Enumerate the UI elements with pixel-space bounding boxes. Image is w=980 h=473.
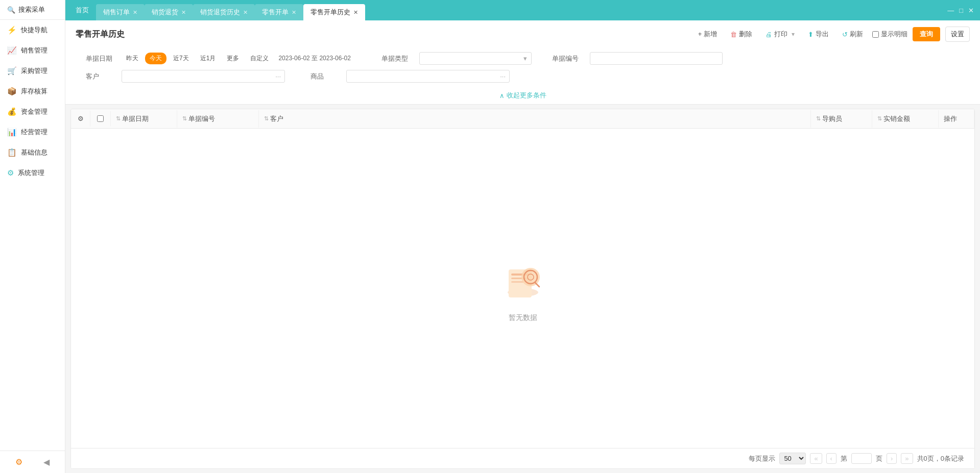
prev-page-btn[interactable]: ‹ (826, 453, 836, 464)
th-action-label: 操作 (944, 114, 957, 123)
export-button[interactable]: ⬆ 导出 (804, 28, 833, 41)
goods-input[interactable] (346, 70, 510, 83)
settings-label: 设置 (951, 30, 964, 39)
type-select[interactable]: ▾ (419, 52, 532, 65)
empty-illustration (497, 254, 548, 305)
empty-text: 暂无数据 (509, 313, 537, 322)
pagination-total: 共0页，0条记录 (917, 454, 964, 463)
sidebar-item-purchase-mgmt[interactable]: 🛒 采购管理 (0, 61, 65, 81)
window-maximize[interactable]: □ (959, 7, 963, 14)
tab-sales-return[interactable]: 销货退货 ✕ (145, 4, 193, 20)
filter-row-2: 客户 ··· 商品 ··· (86, 70, 960, 83)
date-btn-custom[interactable]: 自定义 (246, 53, 273, 64)
display-detail-label-text: 显示明细 (881, 30, 907, 39)
window-minimize[interactable]: — (947, 7, 954, 14)
tab-sales-order-close[interactable]: ✕ (133, 9, 137, 16)
print-icon: 🖨 (766, 31, 772, 38)
tab-retail-open-history-close[interactable]: ✕ (353, 9, 358, 16)
inventory-icon: 📦 (7, 87, 17, 96)
staff-sort-icon: ⇅ (816, 115, 821, 122)
per-page-select[interactable]: 50 10 20 100 (779, 453, 806, 464)
page-input[interactable]: 1 (851, 453, 872, 464)
type-filter-label: 单据类型 (381, 54, 417, 63)
first-page-btn[interactable]: « (810, 453, 822, 464)
sidebar-item-basic-info[interactable]: 📋 基础信息 (0, 142, 65, 163)
table-header: ⚙ ⇅ 单据日期 ⇅ 单据编号 ⇅ 客户 ⇅ (71, 109, 974, 129)
date-btn-7days[interactable]: 近7天 (169, 53, 194, 64)
sidebar-item-quick-nav[interactable]: ⚡ 快捷导航 (0, 20, 65, 40)
tab-bar: 首页 销售订单 ✕ 销货退货 ✕ 销货退货历史 ✕ 零售开单 ✕ 零售开单历史 … (65, 0, 980, 20)
date-btn-1month[interactable]: 近1月 (196, 53, 221, 64)
main-area: 首页 销售订单 ✕ 销货退货 ✕ 销货退货历史 ✕ 零售开单 ✕ 零售开单历史 … (65, 0, 980, 473)
th-customer-label: 客户 (270, 114, 283, 123)
collapse-up-icon: ∧ (499, 92, 505, 99)
next-page-btn[interactable]: › (887, 453, 897, 464)
sidebar-item-label: 库存核算 (21, 87, 47, 96)
customer-input[interactable] (122, 70, 285, 83)
settings-button[interactable]: 设置 (945, 27, 970, 42)
customer-sort-icon: ⇅ (264, 115, 269, 122)
display-detail-checkbox[interactable] (872, 31, 879, 38)
sidebar-search[interactable]: 🔍 搜索采单 (0, 0, 65, 20)
sidebar-item-inventory[interactable]: 📦 库存核算 (0, 81, 65, 102)
customer-dots-icon[interactable]: ··· (275, 72, 281, 80)
number-input[interactable] (590, 52, 723, 65)
th-amount[interactable]: ⇅ 实销金额 (872, 110, 939, 128)
goods-filter-label: 商品 (310, 72, 346, 81)
sidebar-item-label: 经营管理 (21, 128, 47, 137)
amount-sort-icon: ⇅ (877, 115, 882, 122)
type-filter: 单据类型 ▾ (381, 52, 532, 65)
refresh-button[interactable]: ↺ 刷新 (838, 28, 867, 41)
add-button[interactable]: + 新增 (694, 28, 721, 41)
tab-home[interactable]: 首页 (68, 2, 96, 18)
settings-icon: ⚙ (78, 115, 84, 122)
last-page-btn[interactable]: » (901, 453, 913, 464)
th-settings[interactable]: ⚙ (71, 111, 90, 127)
sidebar-item-system[interactable]: ⚙ 系统管理 (0, 163, 65, 183)
tab-sales-return-history-close[interactable]: ✕ (243, 9, 248, 16)
tab-retail-open[interactable]: 零售开单 ✕ (255, 4, 303, 20)
window-close[interactable]: ✕ (968, 7, 974, 14)
tab-retail-open-close[interactable]: ✕ (292, 9, 296, 16)
sidebar-item-label: 采购管理 (21, 66, 47, 76)
tab-retail-open-history-label: 零售开单历史 (310, 8, 350, 17)
tab-sales-return-history[interactable]: 销货退货历史 ✕ (193, 4, 255, 20)
customer-filter-label: 客户 (86, 72, 122, 81)
collapse-btn[interactable]: ∧ 收起更多条件 (86, 88, 960, 104)
goods-input-wrap: ··· (346, 70, 510, 83)
th-customer[interactable]: ⇅ 客户 (259, 110, 811, 128)
th-action: 操作 (939, 110, 974, 128)
sidebar-collapse-icon[interactable]: ◀ (43, 457, 50, 467)
delete-button[interactable]: 🗑 删除 (726, 28, 756, 41)
date-btn-yesterday[interactable]: 昨天 (122, 53, 143, 64)
sidebar-item-finance[interactable]: 💰 资金管理 (0, 102, 65, 122)
sidebar-item-sales-mgmt[interactable]: 📈 销售管理 (0, 40, 65, 61)
date-btn-today[interactable]: 今天 (145, 53, 166, 64)
sidebar-item-label: 快捷导航 (21, 26, 47, 35)
th-amount-label: 实销金额 (883, 114, 910, 123)
date-filter-label: 单据日期 (86, 54, 122, 63)
th-number[interactable]: ⇅ 单据编号 (177, 110, 259, 128)
export-icon: ⬆ (808, 31, 814, 38)
print-button[interactable]: 🖨 打印 ▾ (761, 28, 799, 41)
display-detail-checkbox-label[interactable]: 显示明细 (872, 30, 907, 39)
select-all-checkbox[interactable] (97, 115, 104, 122)
search-icon: 🔍 (7, 6, 15, 14)
svg-rect-4 (511, 281, 524, 283)
tab-sales-order[interactable]: 销售订单 ✕ (96, 4, 145, 20)
settings-gear-icon[interactable]: ⚙ (15, 457, 22, 467)
th-checkbox[interactable] (90, 111, 111, 126)
tab-retail-open-history[interactable]: 零售开单历史 ✕ (303, 4, 365, 20)
tab-sales-return-close[interactable]: ✕ (181, 9, 186, 16)
th-date[interactable]: ⇅ 单据日期 (111, 110, 177, 128)
date-btn-more[interactable]: 更多 (222, 53, 244, 64)
tab-retail-open-label: 零售开单 (262, 8, 289, 17)
th-number-label: 单据编号 (188, 114, 215, 123)
th-staff[interactable]: ⇅ 导购员 (811, 110, 872, 128)
tab-sales-return-label: 销货退货 (152, 8, 178, 17)
finance-icon: 💰 (7, 107, 17, 116)
sidebar-item-operations[interactable]: 📊 经营管理 (0, 122, 65, 142)
search-button[interactable]: 查询 (913, 27, 940, 41)
goods-dots-icon[interactable]: ··· (500, 72, 506, 80)
date-range-text: 2023-06-02 至 2023-06-02 (278, 54, 350, 63)
